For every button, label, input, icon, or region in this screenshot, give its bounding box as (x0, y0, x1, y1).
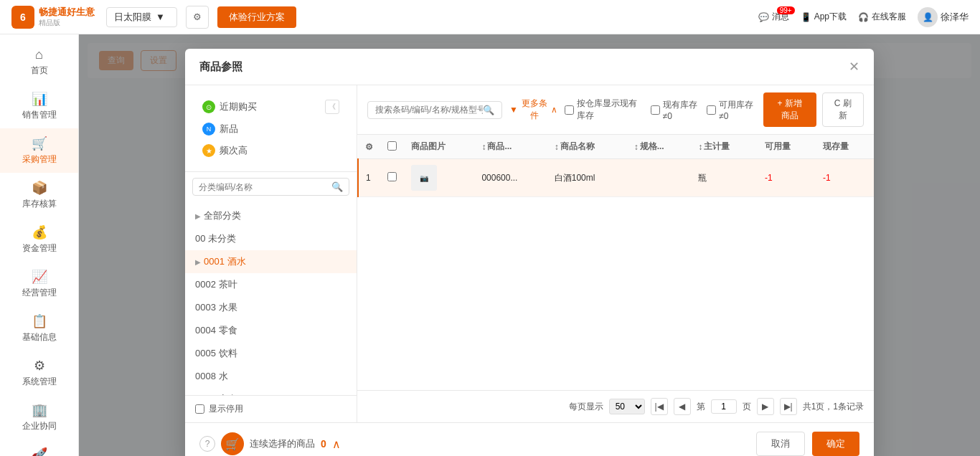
last-page-button[interactable]: ▶| (780, 398, 797, 415)
next-page-button[interactable]: ▶ (757, 398, 774, 415)
sidebar-item-inventory[interactable]: 📦 库存核算 (0, 173, 78, 217)
footer-buttons: 取消 确定 (756, 432, 859, 456)
filter-available-not-zero[interactable]: 可用库存≠0 (707, 99, 756, 121)
add-product-button[interactable]: + 新增商品 (763, 92, 816, 127)
col-image: 商品图片 (404, 135, 474, 159)
sidebar-item-basic-info[interactable]: 📋 基础信息 (0, 306, 78, 351)
col-checkbox (380, 135, 404, 159)
cat-all[interactable]: ▶ 全部分类 (185, 204, 357, 227)
sidebar-item-home[interactable]: ⌂ 首页 (0, 40, 78, 84)
prev-page-button[interactable]: ◀ (674, 398, 691, 415)
modal-header: 商品参照 ✕ (185, 49, 874, 85)
sidebar-item-guide[interactable]: 🚀 新手引导 (0, 440, 78, 456)
confirm-button[interactable]: 确定 (812, 432, 859, 456)
message-icon: 💬 (758, 12, 769, 22)
per-page-select[interactable]: 50 100 (609, 399, 645, 414)
sidebar: ⌂ 首页 📊 销售管理 🛒 采购管理 📦 库存核算 💰 资金管理 📈 经营管理 … (0, 34, 79, 456)
total-info: 共1页，1条记录 (803, 401, 864, 413)
cat-tea[interactable]: 0002 茶叶 (185, 273, 357, 296)
cell-stock: -1 (816, 159, 874, 197)
info-icon: 📋 (32, 313, 47, 329)
try-industry-button[interactable]: 体验行业方案 (217, 6, 296, 28)
col-name[interactable]: ↕ 商品名称 (547, 135, 627, 159)
sales-icon: 📊 (32, 91, 47, 107)
search-icon2: 🔍 (483, 105, 494, 115)
more-filters-button[interactable]: ▼ 更多条件 ∧ (509, 98, 557, 122)
row-checkbox[interactable] (387, 172, 397, 181)
action-buttons: + 新增商品 C 刷新 (763, 92, 864, 127)
category-search-input[interactable] (199, 182, 331, 192)
first-page-button[interactable]: |◀ (651, 398, 668, 415)
sidebar-item-system[interactable]: ⚙ 系统管理 (0, 351, 78, 395)
col-settings[interactable]: ⚙ (358, 135, 380, 159)
nav-selector[interactable]: 日太阳膜 ▼ (106, 7, 177, 27)
page-number-input[interactable] (711, 399, 737, 414)
cat-appliances[interactable]: 0010 家电 (185, 388, 357, 395)
table-row[interactable]: 1 📷 000600... 白酒100ml 瓶 (358, 159, 874, 197)
modal-footer: ? 🛒 连续选择的商品 0 ∧ 取消 确定 (185, 422, 874, 456)
sidebar-item-sales[interactable]: 📊 销售管理 (0, 84, 78, 128)
cell-name: 白酒100ml (547, 159, 627, 197)
sidebar-item-finance[interactable]: 💰 资金管理 (0, 217, 78, 262)
freq-icon: ★ (202, 144, 215, 157)
operations-icon: 📈 (32, 269, 47, 285)
recent-icon: ⊙ (202, 100, 215, 113)
category-search-box[interactable]: 🔍 (192, 178, 349, 196)
recent-purchase-item[interactable]: ⊙ 近期购买 《 (192, 95, 349, 118)
cat-water[interactable]: 0008 水 (185, 365, 357, 388)
logo-icon: 6 (11, 6, 34, 29)
col-unit[interactable]: ↕ 主计量 (691, 135, 758, 159)
product-search-box[interactable]: 🔍 (367, 101, 502, 119)
col-stock[interactable]: 现存量 (816, 135, 874, 159)
select-all-checkbox[interactable] (387, 141, 397, 151)
category-tree: ▶ 全部分类 00 未分类 ▶ 0001 酒水 0002 茶 (185, 201, 357, 395)
left-panel: ⊙ 近期购买 《 N 新品 ★ 频次高 (185, 85, 357, 422)
filter-by-warehouse[interactable]: 按仓库显示现有库存 (565, 98, 643, 122)
sidebar-item-operations[interactable]: 📈 经营管理 (0, 262, 78, 306)
cat-liquor[interactable]: ▶ 0001 酒水 (185, 250, 357, 273)
show-disabled-checkbox[interactable] (195, 404, 204, 414)
filter-stock-not-zero[interactable]: 现有库存≠0 (651, 99, 700, 121)
sidebar-item-purchase[interactable]: 🛒 采购管理 (0, 128, 78, 173)
headset-icon: 🎧 (858, 12, 869, 22)
col-code[interactable]: ↕ 商品... (474, 135, 547, 159)
cell-checkbox[interactable] (380, 159, 404, 197)
cat-fruit[interactable]: 0003 水果 (185, 296, 357, 319)
app-download-nav[interactable]: 📱 App下载 (801, 11, 847, 23)
available-checkbox[interactable] (707, 105, 716, 115)
user-area[interactable]: 👤 徐泽华 (918, 7, 969, 27)
cat-drinks[interactable]: 0005 饮料 (185, 342, 357, 365)
system-icon: ⚙ (34, 358, 45, 374)
product-table-area: ⚙ 商品图片 (357, 135, 874, 390)
help-button[interactable]: ? (199, 436, 215, 452)
customer-service-nav[interactable]: 🎧 在线客服 (858, 11, 906, 23)
cat-snack[interactable]: 0004 零食 (185, 319, 357, 342)
pagination: 每页显示 50 100 |◀ ◀ 第 页 ▶ ▶| (357, 390, 874, 422)
sidebar-item-enterprise[interactable]: 🏢 企业协同 (0, 395, 78, 440)
collapse-button[interactable]: 《 (325, 100, 339, 114)
col-spec[interactable]: ↕ 规格... (627, 135, 692, 159)
modal-close-button[interactable]: ✕ (849, 59, 859, 75)
settings-button[interactable]: ⚙ (186, 6, 209, 29)
filter-collapse-icon: ∧ (551, 105, 557, 115)
enterprise-icon: 🏢 (32, 402, 47, 418)
messages-nav[interactable]: 💬 消息 99+ (758, 11, 789, 23)
quick-items: ⊙ 近期购买 《 N 新品 ★ 频次高 (192, 92, 349, 164)
warehouse-checkbox[interactable] (565, 105, 574, 115)
logo-area: 6 畅捷通好生意 精品版 (11, 6, 95, 29)
cancel-button[interactable]: 取消 (756, 432, 805, 456)
stock-checkbox[interactable] (651, 105, 660, 115)
main-area: 查询 设置 商品参照 ✕ (79, 34, 980, 456)
refresh-button[interactable]: C 刷新 (822, 92, 864, 127)
cart-collapse-button[interactable]: ∧ (332, 437, 341, 451)
cat-uncategorized[interactable]: 00 未分类 (185, 227, 357, 250)
modal-title: 商品参照 (199, 60, 242, 74)
product-search-input[interactable] (375, 105, 483, 115)
cart-icon[interactable]: 🛒 (221, 432, 244, 455)
right-panel: 🔍 ▼ 更多条件 ∧ 按仓库显示现有库存 (357, 85, 874, 422)
freq-item[interactable]: ★ 频次高 (192, 140, 349, 161)
new-product-item[interactable]: N 新品 (192, 118, 349, 140)
cell-unit: 瓶 (691, 159, 758, 197)
col-available[interactable]: 可用量 (758, 135, 816, 159)
cell-num: 1 (358, 159, 380, 197)
